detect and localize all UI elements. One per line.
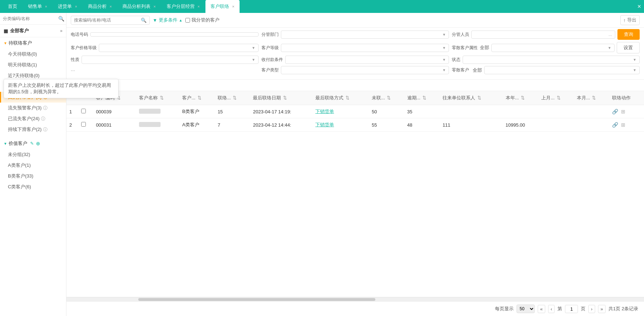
my-customer-checkbox[interactable] [185, 18, 190, 23]
nav-tab-analysis-close[interactable]: × [110, 4, 112, 9]
settings-button[interactable]: 设置 [617, 42, 640, 53]
total-records-label: 共1页 2条记录 [608, 306, 638, 312]
row1-select[interactable] [81, 109, 86, 113]
sidebar-collapse-icon[interactable]: » [60, 28, 62, 33]
sort-icon-not-contact[interactable]: ⇅ [387, 95, 391, 100]
custtype-select[interactable]: ▼ [281, 66, 449, 74]
filter-bar: 🔍 ▼ 更多条件 ▲ 我分管的客户 ↑ 导出 [66, 13, 644, 28]
nav-tab-customer-contact[interactable]: 客户联络 × [205, 0, 239, 13]
sidebar-group-value: ▼ 价值客户 ✎ ⊕ 未分组(32) A类客户(1) B类客户(33) C类客户… [0, 138, 66, 192]
next-page-btn[interactable]: › [588, 305, 595, 313]
sort-icon-contact-person[interactable]: ⇅ [477, 95, 481, 100]
sidebar-item-tomorrow[interactable]: 明天待联络(1) [0, 60, 66, 70]
my-customer-label: 我分管的客户 [191, 17, 219, 23]
sidebar-group-pending-header[interactable]: ▼ 待联络客户 [0, 37, 66, 49]
sort-icon-last-month[interactable]: ⇅ [557, 95, 561, 100]
row2-last-method-link[interactable]: 下销货单 [315, 122, 334, 127]
sidebar-item-declining[interactable]: 持续下滑客户(2) ⓘ [0, 124, 66, 135]
nav-tab-home[interactable]: 首页 [3, 0, 22, 13]
row1-last-method-link[interactable]: 下销货单 [315, 109, 334, 114]
custtype-label: 客户类型 [261, 67, 279, 73]
scrollbar-thumb[interactable] [138, 298, 375, 301]
phone-input[interactable] [90, 32, 259, 37]
sort-icon-name[interactable]: ⇅ [160, 95, 164, 100]
status-label: 状态 [452, 57, 460, 63]
gender-select[interactable]: ▼ [82, 56, 259, 64]
more-dots[interactable]: ··· [71, 67, 75, 73]
nav-tab-purchase[interactable]: 进货单 × [53, 0, 82, 13]
data-table-wrap: 客户编码 ⇅ 客户名称 ⇅ 客户... ⇅ 联络... [66, 91, 644, 297]
sidebar-group-value-header[interactable]: ▼ 价值客户 ✎ ⊕ [0, 138, 66, 149]
filter-cell-payment: 收付款条件 ▼ [261, 56, 449, 64]
nav-tab-customer-tier-close[interactable]: × [198, 4, 200, 9]
manager-dropdown-icon: … [608, 33, 612, 37]
prev-page-btn[interactable]: ‹ [548, 305, 555, 313]
export-button[interactable]: ↑ 导出 [620, 15, 640, 25]
row2-last-month [538, 118, 574, 132]
row1-action-link-icon[interactable]: 🔗 [612, 109, 618, 114]
filter-search-icon[interactable]: 🔍 [141, 18, 147, 23]
sidebar-search-icon[interactable]: 🔍 [58, 16, 64, 22]
price-select[interactable]: ▼ [99, 44, 259, 52]
nav-tab-analysis-list[interactable]: 商品分析列表 × [117, 0, 161, 13]
nav-tab-sales[interactable]: 销售单 × [23, 0, 52, 13]
window-close-icon[interactable]: × [637, 3, 641, 10]
sort-icon-year-amount[interactable]: ⇅ [521, 95, 525, 100]
edit-icon[interactable]: ✎ [30, 141, 34, 146]
retail-select[interactable]: ▼ [484, 66, 640, 74]
sidebar-all-customers[interactable]: ▦ 全部客户 » [0, 25, 66, 37]
per-page-select[interactable]: 50 100 200 [516, 305, 535, 313]
sidebar-item-b-class[interactable]: B类客户(33) [0, 171, 66, 181]
sidebar-item-ungroup[interactable]: 未分组(32) [0, 149, 66, 160]
sort-icon-last-date[interactable]: ⇅ [283, 95, 287, 100]
level-label: 客户等级 [261, 45, 279, 51]
filter-cell-level: 客户等级 ▼ [261, 42, 449, 53]
retail-attr-select[interactable]: ▼ [491, 44, 615, 52]
level-select[interactable]: ▼ [281, 44, 449, 52]
nav-tab-analysis-list-close[interactable]: × [153, 4, 156, 9]
nav-tab-analysis[interactable]: 商品分析 × [83, 0, 117, 13]
nav-tab-sales-close[interactable]: × [45, 4, 47, 9]
page-number-input[interactable] [565, 305, 578, 313]
sort-icon-last-method[interactable]: ⇅ [346, 95, 349, 100]
sort-icon-contact[interactable]: ⇅ [233, 95, 237, 100]
status-select[interactable]: ▼ [463, 56, 640, 64]
row2-select[interactable] [81, 122, 86, 127]
sort-icon-overdue[interactable]: ⇅ [422, 95, 426, 100]
horizontal-scrollbar[interactable] [66, 297, 644, 301]
query-button[interactable]: 查询 [617, 29, 640, 40]
row1-action-grid-icon[interactable]: ⊞ [621, 109, 625, 114]
sort-icon-type[interactable]: ⇅ [198, 95, 201, 100]
manager-select[interactable]: … [471, 30, 615, 39]
filter-cell-dept: 分管部门 ▼ [261, 29, 449, 40]
sidebar-item-a-class[interactable]: A类客户(1) [0, 160, 66, 171]
nav-tab-customer-tier[interactable]: 客户分层经营 × [162, 0, 205, 13]
row2-action-link-icon[interactable]: 🔗 [612, 122, 618, 128]
adv-filter-row-4: ··· 客户类型 ▼ 零散客户 全部 ▼ [71, 66, 640, 74]
sort-icon-this-month[interactable]: ⇅ [592, 95, 596, 100]
last-page-btn[interactable]: » [598, 305, 606, 313]
gender-dropdown-icon: ▼ [252, 58, 255, 62]
nav-tab-customer-contact-close[interactable]: × [232, 4, 234, 9]
grid-icon: ▦ [4, 28, 8, 34]
row1-name [136, 105, 179, 118]
payment-dropdown-icon: ▼ [442, 58, 446, 62]
sidebar-item-today[interactable]: 今天待联络(0) [0, 49, 66, 60]
plus-icon[interactable]: ⊕ [36, 141, 40, 146]
more-conditions-btn[interactable]: ▼ 更多条件 ▲ [153, 17, 182, 23]
sidebar-bottom [0, 192, 66, 316]
sidebar-search-input[interactable] [3, 16, 57, 21]
sidebar-item-churned[interactable]: 已流失客户(24) ⓘ [0, 113, 66, 124]
sidebar-item-c-class[interactable]: C类客户(6) [0, 181, 66, 192]
nav-tab-purchase-close[interactable]: × [75, 4, 77, 9]
row2-action-grid-icon[interactable]: ⊞ [621, 122, 625, 128]
row2-type: A类客户 [179, 118, 215, 132]
retail-attr-val: 全部 [480, 44, 489, 51]
retail-dropdown-icon: ▼ [633, 68, 636, 72]
dept-select[interactable]: ▼ [281, 30, 449, 39]
filter-search-input[interactable] [74, 18, 139, 23]
dept-label: 分管部门 [261, 32, 279, 38]
payment-select[interactable]: ▼ [285, 56, 449, 64]
sidebar-item-churn-warning[interactable]: 流失预警客户(3) ⓘ [0, 103, 66, 113]
first-page-btn[interactable]: « [538, 305, 545, 313]
